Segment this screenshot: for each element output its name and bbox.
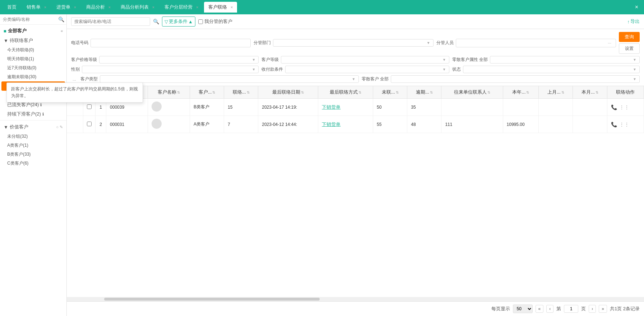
row-overdue: 35	[407, 99, 441, 116]
next-page-button[interactable]: ›	[589, 305, 596, 313]
col-hist-contact[interactable]: 往来单位联系人⇅	[441, 86, 503, 99]
nav-tab-purchase[interactable]: 进货单 ×	[52, 2, 80, 13]
col-name[interactable]: 客户名称⇅	[148, 86, 190, 99]
sidebar-item-class-c[interactable]: C类客户(6)	[0, 159, 66, 168]
sort-icon: ⇅	[596, 90, 598, 94]
col-contact[interactable]: 联络...⇅	[224, 86, 258, 99]
sidebar-item-class-a[interactable]: A类客户(1)	[0, 141, 66, 150]
value-group-header[interactable]: ▼ 价值客户 ○ ✎	[0, 122, 66, 132]
phone-segment: 电话号码	[71, 39, 251, 47]
edit-icon[interactable]: ○ ✎	[56, 125, 63, 129]
sidebar-search-input[interactable]	[3, 17, 57, 22]
row-checkbox-cell[interactable]	[83, 116, 96, 133]
row-last-method[interactable]: 下销货单	[318, 116, 373, 133]
chevron-down-icon: ▼	[633, 58, 636, 62]
filter-actions: 查询 设置	[619, 32, 640, 54]
ellipsis-icon[interactable]: ...	[71, 77, 78, 82]
sidebar-item-overdue[interactable]: 逾期未联络(30)	[0, 72, 66, 81]
more-action-icon[interactable]: ⋮⋮	[619, 122, 629, 127]
more-conditions-button[interactable]: ▽ 更多条件 ▲	[162, 16, 195, 27]
pending-group-header[interactable]: ▼ 待联络客户	[0, 36, 66, 46]
sidebar-item-class-b[interactable]: B类客户(33)	[0, 150, 66, 159]
pay-terms-dropdown[interactable]: ▼	[285, 66, 449, 73]
last-method-link[interactable]: 下销货单	[322, 122, 340, 127]
close-icon[interactable]: ×	[74, 5, 76, 9]
close-icon[interactable]: ×	[231, 5, 233, 9]
manager-dropdown[interactable]: ···	[456, 39, 616, 47]
retail-attr-dropdown[interactable]: ▼	[490, 56, 640, 63]
settings-button[interactable]: 设置	[619, 43, 640, 54]
row-class: B类客户	[190, 99, 224, 116]
prev-page-button[interactable]: ‹	[546, 305, 553, 313]
nav-tab-customer-contact[interactable]: 客户联络 ×	[204, 2, 237, 13]
row-this-year: 10995.00	[503, 116, 539, 133]
horizontal-scrollbar[interactable]	[67, 297, 644, 301]
first-page-button[interactable]: «	[536, 305, 544, 313]
col-uncontacted[interactable]: 未联...⇅	[373, 86, 407, 99]
row-last-method[interactable]: 下销货单	[318, 99, 373, 116]
sidebar-item-7days[interactable]: 近7天待联络(0)	[0, 63, 66, 72]
sidebar-item-ungrouped[interactable]: 未分组(32)	[0, 132, 66, 141]
col-action: 联络动作	[607, 86, 644, 99]
col-class[interactable]: 客户...⇅	[190, 86, 224, 99]
sort-icon: ⇅	[430, 90, 433, 94]
row-this-month	[573, 99, 607, 116]
sidebar-item-today[interactable]: 今天待联络(0)	[0, 46, 66, 55]
arrow-down-icon: ▼	[4, 124, 8, 130]
retail-cust-dropdown[interactable]: ▼	[391, 75, 640, 83]
filter-bar: 🔍 ▽ 更多条件 ▲ 我分管的客户 ↑ 导出	[67, 14, 644, 29]
per-page-select[interactable]: 50 100 200	[513, 305, 533, 313]
page-input[interactable]	[564, 305, 578, 313]
nav-tab-product-analysis[interactable]: 商品分析 ×	[82, 2, 115, 13]
close-icon[interactable]: ×	[44, 5, 46, 9]
query-button[interactable]: 查询	[619, 32, 640, 42]
row-checkbox[interactable]	[87, 122, 92, 126]
close-icon[interactable]: ×	[196, 5, 198, 9]
gender-dropdown[interactable]: ▼	[82, 66, 259, 73]
nav-tab-home[interactable]: 首页	[3, 2, 21, 13]
nav-tab-sales[interactable]: 销售单 ×	[22, 2, 51, 13]
collapse-icon[interactable]: «	[61, 29, 63, 33]
nav-tab-product-list[interactable]: 商品分析列表 ×	[116, 2, 159, 13]
col-this-year[interactable]: 本年...⇅	[503, 86, 539, 99]
more-action-icon[interactable]: ⋮⋮	[619, 104, 629, 110]
col-this-month[interactable]: 本月...⇅	[573, 86, 607, 99]
row-checkbox[interactable]	[87, 104, 92, 109]
page-end-label: 页	[581, 306, 586, 312]
sidebar: 🔍 ■ 全部客户 « ▼ 待联络客户 今天待联络(0) 明天待联络(1) 近7天…	[0, 14, 67, 316]
col-last-date[interactable]: 最后联络日期⇅	[258, 86, 318, 99]
col-overdue[interactable]: 逾期...⇅	[407, 86, 441, 99]
my-customers-checkbox[interactable]: 我分管的客户	[198, 18, 232, 25]
sidebar-item-declining[interactable]: 持续下滑客户(2) ℹ	[0, 109, 66, 119]
nav-tab-customer-tier[interactable]: 客户分层经营 ×	[160, 2, 203, 13]
close-icon[interactable]: ×	[108, 5, 111, 9]
ellipsis-icon[interactable]: ···	[606, 41, 613, 46]
dept-dropdown[interactable]: ▼	[273, 39, 433, 47]
export-button[interactable]: ↑ 导出	[627, 18, 640, 25]
phone-action-icon[interactable]: 📞	[611, 104, 617, 110]
search-button[interactable]: 🔍	[153, 19, 159, 24]
phone-action-icon[interactable]: 📞	[611, 122, 617, 127]
search-input[interactable]	[71, 17, 150, 26]
close-icon[interactable]: ×	[152, 5, 154, 9]
chevron-down-icon: ▼	[633, 67, 636, 71]
search-icon[interactable]: 🔍	[58, 16, 64, 22]
sidebar-item-tomorrow[interactable]: 明天待联络(1)	[0, 55, 66, 63]
my-customers-check[interactable]	[198, 19, 203, 24]
cust-level-dropdown[interactable]: ▼	[281, 56, 449, 63]
cust-type-dropdown[interactable]: ▼	[100, 75, 359, 83]
phone-input[interactable]	[91, 39, 251, 47]
last-page-button[interactable]: »	[599, 305, 607, 313]
sidebar-search-container: 🔍	[0, 14, 66, 25]
price-level-dropdown[interactable]: ▼	[99, 56, 259, 63]
gender-label: 性别	[71, 66, 80, 72]
sort-icon: ⇅	[212, 90, 215, 94]
status-dropdown[interactable]: ▼	[463, 66, 640, 73]
col-last-method[interactable]: 最后联络方式⇅	[318, 86, 373, 99]
sort-icon: ⇅	[487, 90, 490, 94]
last-method-link[interactable]: 下销货单	[322, 104, 340, 110]
close-all-button[interactable]: ×	[632, 3, 641, 12]
scrollbar-thumb[interactable]	[104, 298, 320, 301]
col-last-month[interactable]: 上月...⇅	[539, 86, 573, 99]
phone-label: 电话号码	[71, 40, 88, 46]
